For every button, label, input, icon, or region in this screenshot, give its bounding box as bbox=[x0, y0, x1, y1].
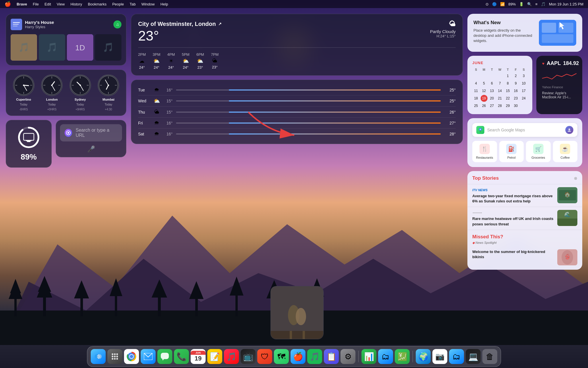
cal-day-30[interactable]: 30 bbox=[512, 102, 519, 109]
dock-stocks[interactable]: 💹 bbox=[395, 349, 410, 364]
cal-day-11[interactable]: 11 bbox=[473, 87, 479, 94]
search-placeholder[interactable]: Search or type a URL bbox=[76, 128, 117, 138]
menu-people[interactable]: People bbox=[112, 2, 124, 6]
cal-day-14[interactable]: 14 bbox=[496, 87, 503, 94]
spotify-logo[interactable]: ♫ bbox=[113, 20, 121, 28]
cal-day-19-today[interactable]: 19 bbox=[481, 95, 488, 102]
dock-numbers[interactable]: 📊 bbox=[361, 349, 376, 364]
dock-launchpad[interactable] bbox=[107, 349, 122, 364]
album-item-3[interactable]: 1D bbox=[67, 34, 93, 61]
dock-phone[interactable]: 📞 bbox=[174, 349, 189, 364]
story-item-1[interactable]: ITV NEWS Average two-year fixed mortgage… bbox=[468, 184, 582, 207]
dock-photos[interactable]: 📷 bbox=[432, 349, 447, 364]
cal-day-21[interactable]: 21 bbox=[496, 95, 503, 102]
cal-day-25[interactable]: 25 bbox=[473, 102, 479, 109]
dock-appstore[interactable]: 🍎 bbox=[291, 349, 305, 364]
cal-day-23[interactable]: 23 bbox=[512, 95, 519, 102]
dock-trash[interactable]: 🗑 bbox=[482, 349, 497, 364]
svg-rect-94 bbox=[557, 218, 577, 226]
control-center-icon[interactable]: ≡ bbox=[535, 2, 537, 6]
app-name[interactable]: Brave bbox=[17, 2, 27, 6]
cal-day-8[interactable]: 8 bbox=[504, 80, 511, 87]
maps-coffee[interactable]: ☕ Coffee bbox=[553, 141, 578, 162]
cal-day-22[interactable]: 22 bbox=[504, 95, 511, 102]
spotify-widget[interactable]: Harry's House Harry Styles ♫ 🎵 🎵 bbox=[6, 14, 126, 66]
apple-menu[interactable]: 🍎 bbox=[5, 1, 11, 7]
cal-day-12[interactable]: 12 bbox=[481, 87, 488, 94]
siri-icon[interactable]: 🎵 bbox=[541, 2, 546, 6]
menu-file[interactable]: File bbox=[33, 2, 39, 6]
dock-brave[interactable]: 🛡 bbox=[257, 349, 272, 364]
cal-day-6[interactable]: 6 bbox=[488, 80, 495, 87]
cal-day-20[interactable]: 20 bbox=[488, 95, 495, 102]
search-bar[interactable]: Search or type a URL bbox=[60, 124, 122, 141]
cal-day-5[interactable]: 5 bbox=[481, 80, 488, 87]
menu-bookmarks[interactable]: Bookmarks bbox=[88, 2, 107, 6]
cal-day-29[interactable]: 29 bbox=[504, 102, 511, 109]
menu-history[interactable]: History bbox=[70, 2, 82, 6]
maps-groceries[interactable]: 🛒 Groceries bbox=[526, 141, 551, 162]
dock-system-prefs[interactable]: ⚙ bbox=[341, 349, 355, 364]
stock-chart bbox=[542, 69, 577, 83]
cal-day-15[interactable]: 15 bbox=[504, 87, 511, 94]
dock-files[interactable]: 🗂 bbox=[378, 349, 393, 364]
cal-day-13[interactable]: 13 bbox=[488, 87, 495, 94]
dock-spotify[interactable]: 🎵 bbox=[307, 349, 322, 364]
menu-tab[interactable]: Tab bbox=[129, 2, 136, 6]
bluetooth-icon[interactable]: 🔵 bbox=[492, 2, 497, 6]
cal-day-26[interactable]: 26 bbox=[481, 102, 488, 109]
menu-help[interactable]: Help bbox=[160, 2, 168, 6]
dock-clipboard[interactable]: 📋 bbox=[324, 349, 339, 364]
cal-header-m: M bbox=[480, 67, 488, 72]
record-icon[interactable]: ⊙ bbox=[486, 2, 489, 6]
dock-files-2[interactable]: 🗂 bbox=[449, 349, 464, 364]
dock-maps[interactable]: 🗺 bbox=[274, 349, 289, 364]
cal-day-17[interactable]: 17 bbox=[520, 87, 527, 94]
cal-day-18[interactable]: 18 bbox=[473, 95, 479, 102]
cal-day-1[interactable]: 1 bbox=[504, 72, 511, 79]
maps-widget[interactable]: Search Google Maps 🍴 Restaurants ⛽ Petro… bbox=[467, 118, 582, 167]
album-item-4[interactable]: 🎵 bbox=[95, 34, 121, 61]
cal-day-16[interactable]: 16 bbox=[512, 87, 519, 94]
microphone-icon[interactable]: 🎤 bbox=[87, 145, 95, 153]
menu-window[interactable]: Window bbox=[141, 2, 154, 6]
stories-close-icon[interactable]: ⊗ bbox=[574, 176, 577, 181]
cal-day-27[interactable]: 27 bbox=[488, 102, 495, 109]
dock-finder[interactable]: :) bbox=[91, 349, 106, 364]
cal-day-7[interactable]: 7 bbox=[496, 80, 503, 87]
whats-new-widget[interactable]: What's New Place widgets directly on the… bbox=[467, 14, 582, 52]
story-source-2: ⋯⋯⋯ bbox=[472, 210, 554, 215]
cal-day-10[interactable]: 10 bbox=[520, 80, 527, 87]
cal-day-9[interactable]: 9 bbox=[512, 80, 519, 87]
cal-day-3[interactable]: 3 bbox=[520, 72, 527, 79]
maps-search-bar[interactable]: Search Google Maps bbox=[472, 123, 577, 137]
dock-safari[interactable]: 🌍 bbox=[416, 349, 431, 364]
story-item-2[interactable]: ⋯⋯⋯ Rare marine heatwave off UK and Iris… bbox=[468, 207, 582, 229]
dock-mail[interactable] bbox=[141, 349, 156, 364]
svg-point-74 bbox=[67, 132, 69, 134]
maps-search-placeholder[interactable]: Search Google Maps bbox=[487, 128, 562, 132]
maps-restaurants[interactable]: 🍴 Restaurants bbox=[472, 141, 497, 162]
dock-chrome[interactable] bbox=[124, 349, 139, 364]
dock-music[interactable]: 🎵 bbox=[224, 349, 239, 364]
album-item-1[interactable]: 🎵 bbox=[11, 34, 37, 61]
cal-day-24[interactable]: 24 bbox=[520, 95, 527, 102]
search-menubar-icon[interactable]: 🔍 bbox=[527, 2, 532, 6]
missed-story[interactable]: Welcome to the summer of big-knickered b… bbox=[468, 247, 582, 269]
cal-day-28[interactable]: 28 bbox=[496, 102, 503, 109]
story-headline-1: Average two-year fixed mortgage rises ab… bbox=[472, 193, 554, 204]
menu-view[interactable]: View bbox=[57, 2, 65, 6]
cal-day-2[interactable]: 2 bbox=[512, 72, 519, 79]
wifi-icon[interactable]: 📶 bbox=[500, 2, 505, 6]
cal-day-4[interactable]: 4 bbox=[473, 80, 479, 87]
search-widget[interactable]: Search or type a URL ⊞ 🎤 ⊞ bbox=[56, 120, 126, 157]
maps-petrol[interactable]: ⛽ Petrol bbox=[499, 141, 524, 162]
menu-edit[interactable]: Edit bbox=[45, 2, 51, 6]
album-item-2[interactable]: 🎵 bbox=[39, 34, 65, 61]
dock-calendar[interactable]: JUN 19 bbox=[191, 349, 206, 364]
dock-tv[interactable]: 📺 bbox=[241, 349, 256, 364]
location-arrow-icon: ↗ bbox=[218, 22, 222, 26]
dock-notes[interactable]: 📝 bbox=[207, 349, 222, 364]
dock-iterm[interactable]: 💻 bbox=[466, 349, 481, 364]
dock-messages[interactable] bbox=[157, 349, 172, 364]
